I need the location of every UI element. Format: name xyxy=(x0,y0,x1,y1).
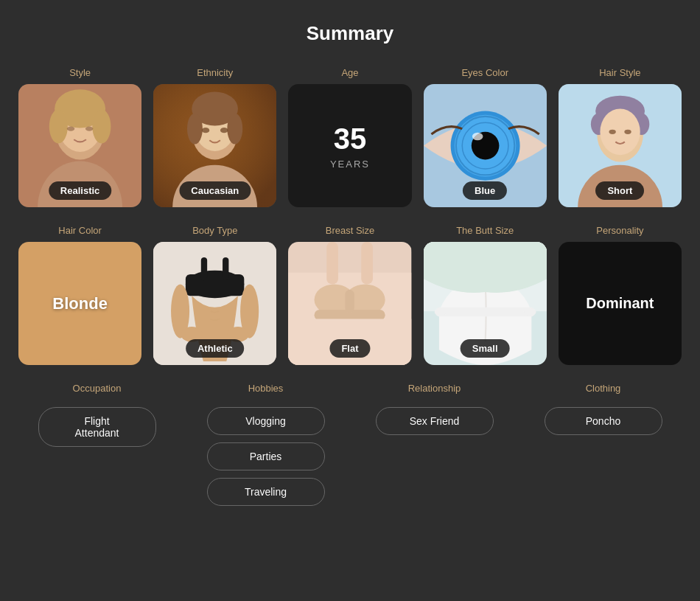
style-badge: Realistic xyxy=(49,181,111,200)
haircolor-card: Blonde xyxy=(18,242,141,365)
hairstyle-column: Hair Style Short xyxy=(559,67,682,207)
occupation-tag-0: FlightAttendant xyxy=(38,407,156,447)
bodytype-card: Athletic xyxy=(153,242,276,365)
svg-point-14 xyxy=(187,114,203,145)
personality-card: Dominant xyxy=(559,242,682,365)
svg-rect-39 xyxy=(186,274,244,296)
buttsize-label: The Butt Size xyxy=(456,225,514,236)
eyes-column: Eyes Color xyxy=(424,67,547,207)
hobbies-tag-1: Parties xyxy=(207,442,325,470)
ethnicity-badge: Caucasian xyxy=(179,181,251,200)
hobbies-tag-0: Vlogging xyxy=(207,407,325,435)
style-card: Realistic xyxy=(18,84,141,207)
buttsize-badge: Small xyxy=(461,339,510,358)
svg-point-33 xyxy=(600,108,640,155)
clothing-label: Clothing xyxy=(586,383,621,394)
eyes-badge: Blue xyxy=(463,181,507,200)
clothing-tag-0: Poncho xyxy=(545,407,662,435)
age-card: 35 YEARS xyxy=(288,84,411,207)
row3-grid: Occupation FlightAttendant Hobbies Vlogg… xyxy=(18,383,682,506)
svg-point-34 xyxy=(609,130,615,134)
bodytype-badge: Athletic xyxy=(186,339,245,358)
hairstyle-badge: Short xyxy=(595,181,644,200)
personality-label: Personality xyxy=(596,225,643,236)
svg-point-25 xyxy=(472,133,483,140)
hairstyle-card: Short xyxy=(559,84,682,207)
clothing-column: Clothing Poncho xyxy=(525,383,682,435)
svg-point-59 xyxy=(434,308,447,316)
age-unit: YEARS xyxy=(330,159,370,170)
eyes-label: Eyes Color xyxy=(461,67,508,78)
svg-point-18 xyxy=(220,128,228,133)
page-title: Summary xyxy=(18,22,682,45)
ethnicity-column: Ethnicity xyxy=(153,67,276,207)
buttsize-card: Small xyxy=(424,242,547,365)
summary-container: Summary Style xyxy=(18,22,682,506)
haircolor-column: Hair Color Blonde xyxy=(18,225,141,365)
style-column: Style Realistic xyxy=(18,67,141,207)
svg-rect-41 xyxy=(223,257,228,280)
bodytype-column: Body Type xyxy=(153,225,276,365)
svg-point-7 xyxy=(67,126,74,131)
svg-point-60 xyxy=(523,308,536,316)
row2-grid: Hair Color Blonde Body Type xyxy=(18,225,682,365)
occupation-label: Occupation xyxy=(73,383,122,394)
hairstyle-label: Hair Style xyxy=(599,67,640,78)
relationship-label: Relationship xyxy=(408,383,461,394)
personality-column: Personality Dominant xyxy=(559,225,682,365)
breastsize-badge: Flat xyxy=(329,339,370,358)
occupation-column: Occupation FlightAttendant xyxy=(18,383,175,447)
svg-rect-48 xyxy=(327,242,339,284)
svg-point-15 xyxy=(228,114,243,145)
hobbies-column: Hobbies Vlogging Parties Traveling xyxy=(187,383,344,506)
breastsize-card: Flat xyxy=(288,242,411,365)
personality-text: Dominant xyxy=(586,295,654,312)
buttsize-column: The Butt Size xyxy=(424,225,547,365)
svg-rect-53 xyxy=(346,290,355,313)
relationship-column: Relationship Sex Friend xyxy=(356,383,513,435)
age-value: 35 xyxy=(334,122,367,156)
haircolor-text: Blonde xyxy=(52,294,108,313)
haircolor-label: Hair Color xyxy=(58,225,102,236)
ethnicity-label: Ethnicity xyxy=(197,67,233,78)
svg-point-17 xyxy=(202,128,209,133)
relationship-tag-0: Sex Friend xyxy=(376,407,494,435)
eyes-card: Blue xyxy=(424,84,547,207)
svg-point-35 xyxy=(624,130,631,134)
breastsize-column: Breast Size xyxy=(288,225,411,365)
svg-point-5 xyxy=(49,109,68,143)
age-label: Age xyxy=(341,67,358,78)
svg-rect-40 xyxy=(201,257,207,280)
breastsize-label: Breast Size xyxy=(326,225,374,236)
ethnicity-card: Caucasian xyxy=(153,84,276,207)
hobbies-label: Hobbies xyxy=(248,383,284,394)
age-column: Age 35 YEARS xyxy=(288,67,411,207)
style-label: Style xyxy=(69,67,91,78)
svg-rect-49 xyxy=(362,242,374,284)
svg-point-6 xyxy=(92,109,111,143)
bodytype-label: Body Type xyxy=(192,225,237,236)
hobbies-tag-2: Traveling xyxy=(207,478,325,506)
svg-point-8 xyxy=(85,126,93,131)
row1-grid: Style Realistic xyxy=(18,67,682,207)
svg-rect-58 xyxy=(435,308,535,317)
